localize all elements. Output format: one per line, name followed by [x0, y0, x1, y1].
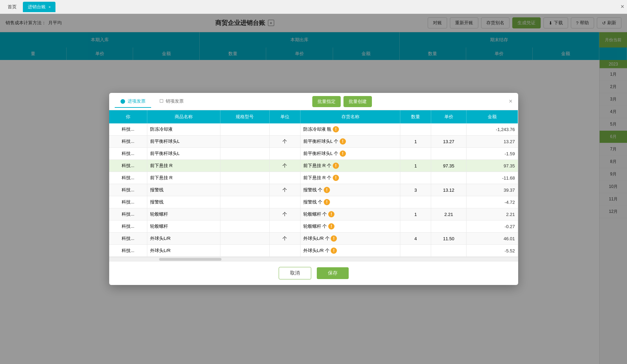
- window-close-icon[interactable]: ×: [620, 3, 624, 10]
- tab-home[interactable]: 首页: [3, 2, 21, 12]
- table-cell: 科技...: [109, 184, 147, 196]
- inventory-name-cell: 报警线 个 !: [300, 184, 400, 196]
- numeric-cell: [431, 245, 466, 257]
- amount-cell: 97.35: [467, 160, 518, 172]
- table-scroll-area[interactable]: 你 商品名称 规格型号 单位 存货名称 数量 单价 金额 科技...防冻冷却液防…: [109, 110, 518, 257]
- top-bar: 首页 进销台账 × ×: [0, 0, 627, 14]
- modal-overlay: ⬤ 进项发票 ☐ 销项发票 批量指定 批量创建 × 你 商品名称: [0, 14, 627, 364]
- amount-cell: -1,243.76: [467, 123, 518, 136]
- table-cell: 科技...: [109, 160, 147, 172]
- amount-cell: -5.52: [467, 245, 518, 257]
- table-cell: 个: [270, 184, 301, 196]
- batch-create-button[interactable]: 批量创建: [343, 96, 372, 107]
- table-row: 科技...外球头L/R外球头L/R 个 !-5.52: [109, 245, 518, 257]
- inventory-name-cell: 前下悬挂 R 个 !: [300, 160, 400, 172]
- table-cell: 外球头L/R: [147, 233, 220, 245]
- inventory-name-cell: 报警线 个 !: [300, 196, 400, 208]
- table-row: 科技...前下悬挂 R前下悬挂 R 个 !-11.68: [109, 172, 518, 184]
- horizontal-scrollbar[interactable]: [109, 257, 518, 261]
- numeric-cell: 3: [400, 184, 431, 196]
- tab-incoming-invoice[interactable]: ⬤ 进项发票: [115, 95, 151, 108]
- table-cell: 轮毂螺杆: [147, 220, 220, 233]
- numeric-cell: [400, 172, 431, 184]
- tab-active[interactable]: 进销台账 ×: [23, 2, 55, 12]
- numeric-cell: 13.12: [431, 184, 466, 196]
- tab-close-icon[interactable]: ×: [49, 5, 51, 9]
- table-cell: 个: [270, 136, 301, 148]
- inventory-name-cell: 前下悬挂 R 个 !: [300, 172, 400, 184]
- amount-cell: 39.37: [467, 184, 518, 196]
- numeric-cell: [400, 245, 431, 257]
- active-tab-label: 进销台账: [28, 4, 46, 10]
- batch-assign-button[interactable]: 批量指定: [312, 96, 341, 107]
- modal-header: ⬤ 进项发票 ☐ 销项发票 批量指定 批量创建 ×: [109, 93, 518, 110]
- table-cell: 前平衡杆球头L: [147, 148, 220, 160]
- table-cell: 前下悬挂 R: [147, 160, 220, 172]
- table-row: 科技...报警线报警线 个 !-4.72: [109, 196, 518, 208]
- table-cell: [270, 196, 301, 208]
- invoice-table: 你 商品名称 规格型号 单位 存货名称 数量 单价 金额 科技...防冻冷却液防…: [109, 110, 518, 257]
- inventory-name-cell: 防冻冷却液 瓶 !: [300, 123, 400, 136]
- inventory-name-cell: 轮毂螺杆 个 !: [300, 208, 400, 220]
- table-cell: 前平衡杆球头L: [147, 136, 220, 148]
- amount-cell: 46.01: [467, 233, 518, 245]
- inventory-name-cell: 外球头L/R 个 !: [300, 233, 400, 245]
- numeric-cell: [400, 196, 431, 208]
- table-cell: 报警线: [147, 184, 220, 196]
- amount-cell: -0.27: [467, 220, 518, 233]
- col-header-qty: 数量: [400, 110, 431, 123]
- col-header-inventory-name: 存货名称: [300, 110, 400, 123]
- scrollbar-thumb[interactable]: [159, 258, 221, 261]
- inventory-name-cell: 前平衡杆球头L 个 !: [300, 136, 400, 148]
- col-header-price: 单价: [431, 110, 466, 123]
- table-cell: [220, 184, 269, 196]
- cancel-button[interactable]: 取消: [279, 267, 311, 279]
- warning-icon: !: [333, 175, 339, 181]
- inventory-name-cell: 外球头L/R 个 !: [300, 245, 400, 257]
- table-row: 科技...轮毂螺杆轮毂螺杆 个 !-0.27: [109, 220, 518, 233]
- table-cell: [220, 148, 269, 160]
- numeric-cell: [400, 148, 431, 160]
- warning-icon: !: [331, 235, 337, 242]
- table-row: 科技...防冻冷却液防冻冷却液 瓶 !-1,243.76: [109, 123, 518, 136]
- table-cell: 外球头L/R: [147, 245, 220, 257]
- amount-cell: 13.27: [467, 136, 518, 148]
- warning-icon: !: [324, 187, 330, 193]
- table-cell: 防冻冷却液: [147, 123, 220, 136]
- modal-close-icon[interactable]: ×: [509, 98, 513, 105]
- incoming-icon: ⬤: [120, 98, 125, 104]
- col-header-amount: 金额: [467, 110, 518, 123]
- numeric-cell: [400, 220, 431, 233]
- warning-icon: !: [324, 199, 330, 205]
- table-cell: 个: [270, 233, 301, 245]
- table-cell: [220, 220, 269, 233]
- home-label: 首页: [8, 4, 17, 10]
- warning-icon: !: [333, 163, 339, 169]
- table-cell: [270, 220, 301, 233]
- amount-cell: 2.21: [467, 208, 518, 220]
- save-button[interactable]: 保存: [317, 267, 349, 279]
- outgoing-icon: ☐: [159, 98, 164, 104]
- inventory-name-cell: 前平衡杆球头L 个 !: [300, 148, 400, 160]
- table-cell: [270, 148, 301, 160]
- modal-toolbar: 批量指定 批量创建: [312, 96, 372, 107]
- warning-icon: !: [331, 248, 337, 254]
- warning-icon: !: [340, 138, 346, 145]
- col-header-company: 你: [109, 110, 147, 123]
- col-header-spec: 规格型号: [220, 110, 269, 123]
- table-cell: [220, 233, 269, 245]
- numeric-cell: 1: [400, 136, 431, 148]
- table-cell: [220, 208, 269, 220]
- table-cell: [220, 160, 269, 172]
- amount-cell: -1.59: [467, 148, 518, 160]
- numeric-cell: 1: [400, 208, 431, 220]
- modal-body: 你 商品名称 规格型号 单位 存货名称 数量 单价 金额 科技...防冻冷却液防…: [109, 110, 518, 261]
- table-cell: [220, 123, 269, 136]
- numeric-cell: 11.50: [431, 233, 466, 245]
- table-cell: [220, 245, 269, 257]
- tab-outgoing-invoice[interactable]: ☐ 销项发票: [154, 95, 189, 108]
- table-row: 科技...前下悬挂 R个前下悬挂 R 个 !197.3597.35: [109, 160, 518, 172]
- table-cell: 科技...: [109, 136, 147, 148]
- table-cell: [220, 172, 269, 184]
- modal-footer: 取消 保存: [109, 261, 518, 285]
